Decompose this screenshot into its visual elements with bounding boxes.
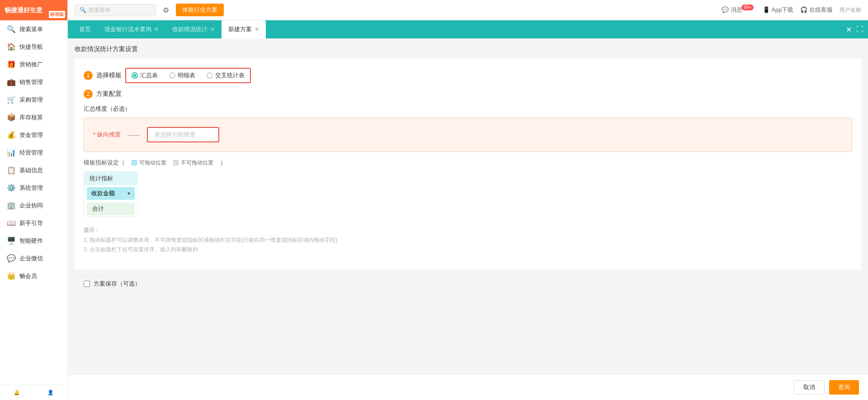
- metrics-close-paren: ）: [220, 159, 226, 167]
- footer-area: 方案保存（可选）: [75, 275, 861, 292]
- step1-header: 1 选择模板 汇总表 明细表 交叉统计表: [84, 68, 852, 83]
- app-badge: 标准版: [49, 11, 65, 18]
- sidebar-item-label: 快捷导航: [19, 43, 43, 51]
- draggable-indicator: 可拖动位置: [132, 159, 166, 167]
- dimension-section-label: 汇总维度（必选）: [84, 105, 852, 113]
- sidebar-item-label: 营销推广: [19, 61, 43, 69]
- sidebar-item-inventory[interactable]: 📦 库存核算: [0, 108, 67, 126]
- draggable-dot: [132, 160, 137, 165]
- step1-section: 1 选择模板 汇总表 明细表 交叉统计表: [84, 68, 852, 83]
- sidebar-item-wechat[interactable]: 💬 企业微信: [0, 249, 67, 267]
- topbar-right: 💬 消息 99+ 📱 App下载 🎧 在线客服 用户名称: [722, 6, 861, 14]
- sidebar-item-label: 经营管理: [19, 149, 43, 157]
- radio-summary[interactable]: 汇总表: [132, 71, 158, 80]
- operations-icon: 📊: [7, 148, 16, 157]
- tab-home[interactable]: 首页: [72, 20, 98, 38]
- radio-detail[interactable]: 明细表: [169, 71, 195, 80]
- step2-title: 方案配置: [96, 90, 122, 98]
- sidebar-item-quicknav[interactable]: 🏠 快捷导航: [0, 38, 67, 56]
- tab-close-icon[interactable]: ✕: [255, 26, 259, 33]
- maximize-icon[interactable]: ⛶: [856, 25, 863, 34]
- sidebar-item-label: 库存核算: [19, 113, 43, 122]
- metrics-tag-collection[interactable]: 收款金额 ▾: [87, 187, 135, 200]
- sidebar-item-finance[interactable]: 💰 资金管理: [0, 126, 67, 144]
- user-name[interactable]: 用户名称: [840, 6, 861, 14]
- step2-header: 2 方案配置: [84, 89, 852, 99]
- sidebar-item-operations[interactable]: 📊 经营管理: [0, 144, 67, 161]
- sidebar-item-label: 采购管理: [19, 96, 43, 104]
- radio-cross[interactable]: 交叉统计表: [207, 71, 245, 80]
- sidebar-item-label: 销售管理: [19, 78, 43, 86]
- sidebar-item-marketing[interactable]: 🎁 营销推广: [0, 56, 67, 73]
- basic-icon: 📋: [7, 166, 16, 174]
- sidebar-item-hardware[interactable]: 🖥️ 智能硬件: [0, 232, 67, 249]
- sidebar-bottom-item-2[interactable]: 👤: [47, 390, 54, 395]
- tab-new-plan[interactable]: 新建方案 ✕: [222, 20, 266, 38]
- radio-dot-cross: [207, 72, 213, 79]
- service-item[interactable]: 🎧 在线客服: [800, 6, 833, 14]
- finance-icon: 💰: [7, 131, 16, 139]
- member-icon: 👑: [7, 272, 16, 280]
- sidebar-item-label: 搜索菜单: [19, 25, 43, 33]
- tab-collection-stats[interactable]: 收款情况统计 ✕: [165, 20, 222, 38]
- guide-icon: 📖: [7, 219, 16, 227]
- gift-icon: 🎁: [7, 60, 16, 69]
- tab-bank-flow[interactable]: 现金银行流水查询 ✕: [98, 20, 165, 38]
- query-button[interactable]: 查询: [829, 380, 859, 395]
- tab-close-icon[interactable]: ✕: [210, 26, 215, 33]
- hints-line2: 2. 点击标题栏下拉可设置排序、插入列和删除列: [84, 245, 852, 255]
- cancel-button[interactable]: 取消: [794, 380, 825, 395]
- tab-close-icon[interactable]: ✕: [154, 26, 159, 33]
- search-icon: 🔍: [7, 25, 16, 33]
- sidebar-item-enterprise[interactable]: 🏢 企业协同: [0, 197, 67, 214]
- arrow-icon: ——: [127, 131, 140, 138]
- search-placeholder: 搜索菜单: [89, 6, 110, 14]
- content-area: 收款情况统计方案设置 1 选择模板 汇总表 明细表: [68, 38, 868, 374]
- tab-label: 现金银行流水查询: [104, 25, 151, 33]
- sidebar-item-label: 资金管理: [19, 131, 43, 139]
- sidebar-item-label: 系统管理: [19, 184, 43, 192]
- step1-title: 选择模板: [96, 71, 122, 80]
- sidebar-item-sales[interactable]: 💼 销售管理: [0, 73, 67, 91]
- radio-dot-detail: [169, 72, 175, 79]
- dimension-selector[interactable]: 请选择分组维度: [147, 127, 219, 142]
- radio-label-cross: 交叉统计表: [215, 71, 245, 80]
- sidebar-item-label: 企业微信: [19, 254, 43, 263]
- download-item[interactable]: 📱 App下载: [763, 6, 793, 14]
- sidebar-item-label: 新手引导: [19, 219, 43, 227]
- search-icon: 🔍: [80, 7, 86, 13]
- save-plan-checkbox[interactable]: [84, 281, 90, 287]
- save-plan-label: 方案保存（可选）: [94, 280, 141, 288]
- sidebar-item-basic[interactable]: 📋 基础信息: [0, 161, 67, 179]
- sidebar-bottom: 🔔 👤: [0, 385, 67, 400]
- inventory-icon: 📦: [7, 113, 16, 122]
- sidebar-item-search[interactable]: 🔍 搜索菜单: [0, 20, 67, 38]
- step1-num: 1: [84, 71, 93, 80]
- dimension-row: 纵向维度 —— 请选择分组维度: [93, 127, 843, 142]
- main-area: 🔍 搜索菜单 ⚙ 体验行业方案 💬 消息 99+ 📱 App下载 🎧 在线客服 …: [68, 0, 868, 400]
- metrics-header: 模板指标设定（ 可拖动位置 不可拖动位置 ）: [84, 159, 852, 167]
- sidebar-item-guide[interactable]: 📖 新手引导: [0, 214, 67, 232]
- settings-icon[interactable]: ⚙: [163, 6, 169, 14]
- hints-line1: 1. 拖动标题栏可以调整布局，不可跨维度或指标区域拖动栏目字段(只能在同一维度或…: [84, 235, 852, 245]
- tab-label: 收款情况统计: [172, 25, 208, 33]
- hardware-icon: 🖥️: [7, 236, 16, 245]
- sidebar-item-member[interactable]: 👑 畅会员: [0, 267, 67, 285]
- radio-label-detail: 明细表: [178, 71, 195, 80]
- topbar: 🔍 搜索菜单 ⚙ 体验行业方案 💬 消息 99+ 📱 App下载 🎧 在线客服 …: [68, 0, 868, 20]
- trial-button[interactable]: 体验行业方案: [176, 4, 224, 16]
- message-item[interactable]: 💬 消息 99+: [722, 6, 756, 14]
- settings-card: 1 选择模板 汇总表 明细表 交叉统计表: [75, 59, 861, 269]
- sidebar-item-system[interactable]: ⚙️ 系统管理: [0, 179, 67, 197]
- home-icon: 🏠: [7, 42, 16, 51]
- sidebar-bottom-item-1[interactable]: 🔔: [14, 390, 20, 395]
- sidebar-item-purchase[interactable]: 🛒 采购管理: [0, 91, 67, 108]
- radio-label-summary: 汇总表: [140, 71, 158, 80]
- sidebar-item-label: 智能硬件: [19, 237, 43, 245]
- search-box[interactable]: 🔍 搜索菜单: [75, 4, 156, 16]
- non-draggable-dot: [173, 160, 179, 165]
- page-title: 收款情况统计方案设置: [75, 45, 861, 53]
- metrics-grid: 统计指标 收款金额 ▾ 合计: [84, 171, 138, 216]
- close-icon[interactable]: ✕: [846, 25, 852, 34]
- wechat-icon: 💬: [7, 254, 16, 263]
